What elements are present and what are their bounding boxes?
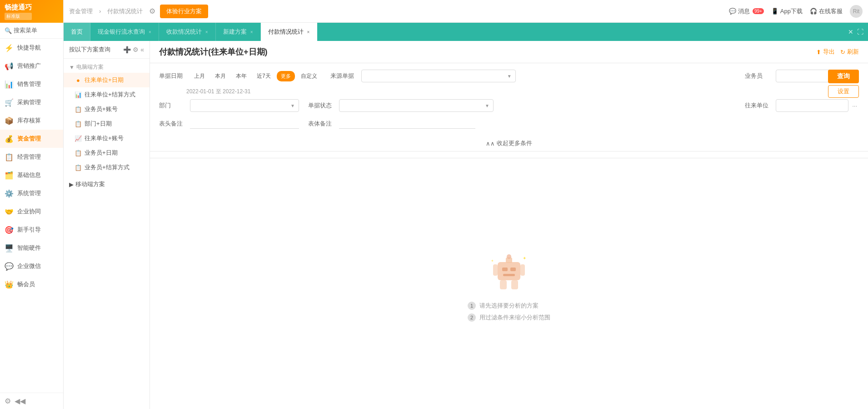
schema-active-icon: ● (75, 76, 82, 84)
filter-row-1: 单据日期 上月 本月 本年 近7天 更多 自定义 (159, 70, 859, 82)
sidebar-item-label: 畅会员 (17, 280, 35, 288)
svg-rect-8 (500, 280, 507, 289)
schema-item-counterpart-account[interactable]: 📈 往来单位+账号 (64, 131, 150, 146)
sidebar-item-enterprise[interactable]: 🤝 企业协同 (0, 202, 63, 221)
source-select-arrow: ▼ (507, 74, 512, 79)
sidebar-item-system[interactable]: ⚙️ 系统管理 (0, 184, 63, 202)
counterpart-select[interactable] (776, 99, 848, 112)
tab-bank-flow[interactable]: 现金银行流水查询 × (90, 23, 159, 41)
tab-bank-flow-close[interactable]: × (149, 30, 151, 35)
date-option-custom[interactable]: 自定义 (297, 71, 321, 82)
settings-button[interactable]: 设置 (828, 85, 859, 98)
expand-arrow: ▼ (69, 64, 75, 71)
tab-collection-stats[interactable]: 收款情况统计 × (159, 23, 216, 41)
sidebar-item-member[interactable]: 👑 畅会员 (0, 275, 63, 293)
add-schema-btn[interactable]: ➕ (123, 46, 131, 53)
operations-icon: 📋 (5, 152, 14, 162)
app-name: 畅捷通巧 (5, 3, 32, 12)
hint-num-2: 2 (468, 313, 476, 322)
tab-payment-stats-label: 付款情况统计 (268, 28, 304, 36)
tabbar: 首页 现金银行流水查询 × 收款情况统计 × 新建方案 × 付款情况统计 × ✕… (64, 23, 868, 41)
docstatus-filter-label: 单据状态 (308, 99, 335, 112)
tab-new-schema-close[interactable]: × (250, 30, 253, 35)
header-note-label: 表头备注 (159, 117, 186, 130)
collapse-more-btn[interactable]: ∧∧ 收起更多条件 (486, 139, 532, 147)
schema-label: 往来单位+账号 (85, 134, 124, 142)
collapse-btn-label: 收起更多条件 (497, 139, 532, 147)
sidebar-item-operations[interactable]: 📋 经营管理 (0, 148, 63, 166)
dept-select[interactable]: ▼ (190, 99, 299, 112)
filter-row-3: 表头备注 表体备注 (159, 117, 859, 130)
app-download-btn[interactable]: 📱 App下载 (771, 7, 803, 15)
tab-payment-stats-close[interactable]: × (307, 30, 310, 35)
sidebar-item-newbie[interactable]: 🎯 新手引导 (0, 221, 63, 239)
schema-bar-icon: 📈 (75, 135, 82, 142)
user-avatar[interactable]: Rit (850, 5, 863, 18)
sales-icon: 📊 (5, 80, 14, 89)
query-button[interactable]: 查询 (828, 70, 859, 83)
trial-btn[interactable]: 体验行业方案 (160, 5, 208, 18)
sidebar-item-marketing[interactable]: 📢 营销推广 (0, 57, 63, 75)
date-filter-label: 单据日期 (159, 70, 186, 82)
left-panel-title: 按以下方案查询 (69, 45, 110, 54)
export-btn[interactable]: ⬆ 导出 (816, 48, 835, 56)
newbie-icon: 🎯 (5, 225, 14, 234)
schema-item-counterpart-settlement[interactable]: 📊 往来单位+结算方式 (64, 87, 150, 102)
message-btn[interactable]: 💬 消息 99+ (729, 7, 764, 15)
sidebar-menu: ⚡ 快捷导航 📢 营销推广 📊 销售管理 🛒 采购管理 📦 库存核算 💰 资金管… (0, 39, 63, 393)
settings-footer-btn[interactable]: ⚙ (5, 397, 11, 405)
date-option-this-month[interactable]: 本月 (211, 71, 230, 82)
sidebar-item-sales[interactable]: 📊 销售管理 (0, 75, 63, 93)
tab-collection-stats-close[interactable]: × (205, 30, 208, 35)
schema-label: 业务员+账号 (85, 105, 118, 113)
date-option-more[interactable]: 更多 (277, 71, 295, 81)
schema-item-dept-date[interactable]: 📋 部门+日期 (64, 116, 150, 131)
sidebar-item-label: 库存核算 (17, 116, 41, 125)
avatar-text: Rit (853, 8, 860, 15)
tab-payment-stats[interactable]: 付款情况统计 × (261, 23, 318, 41)
mobile-section[interactable]: ▶ 移动端方案 (64, 177, 150, 191)
header-note-input[interactable] (190, 119, 299, 129)
close-all-tabs-btn[interactable]: ✕ (848, 28, 853, 35)
schema-settings-btn[interactable]: ⚙ (133, 46, 139, 53)
empty-hint-2: 2 用过滤条件来缩小分析范围 (468, 313, 550, 322)
schema-item-counterpart-date[interactable]: ● 往来单位+日期 (64, 73, 150, 87)
collapse-sidebar-btn[interactable]: ◀◀ (15, 397, 25, 405)
date-options: 上月 本月 本年 近7天 更多 自定义 (190, 71, 321, 82)
svg-text:✦: ✦ (523, 256, 526, 261)
sidebar-item-capital[interactable]: 💰 资金管理 (0, 130, 63, 148)
body-note-input[interactable] (339, 119, 475, 129)
topbar-gear-btn[interactable]: ⚙ (149, 7, 155, 15)
tab-new-schema[interactable]: 新建方案 × (216, 23, 261, 41)
sidebar-item-label: 系统管理 (17, 189, 41, 197)
app-version: 标准版 (5, 13, 32, 20)
tab-home[interactable]: 首页 (64, 23, 90, 41)
sidebar-item-purchase[interactable]: 🛒 采购管理 (0, 93, 63, 111)
svg-rect-6 (493, 264, 498, 276)
sidebar-item-hardware[interactable]: 🖥️ 智能硬件 (0, 239, 63, 257)
sidebar-item-quick-nav[interactable]: ⚡ 快捷导航 (0, 39, 63, 57)
schema-item-staff-account[interactable]: 📋 业务员+账号 (64, 102, 150, 116)
online-service-btn[interactable]: 🎧 在线客服 (810, 7, 843, 15)
date-option-last-month[interactable]: 上月 (190, 71, 209, 82)
schema-item-staff-settlement[interactable]: 📋 业务员+结算方式 (64, 160, 150, 175)
member-icon: 👑 (5, 280, 14, 289)
source-select[interactable]: ▼ (361, 70, 516, 82)
schema-item-staff-date[interactable]: 📋 业务员+日期 (64, 146, 150, 160)
sidebar-search[interactable]: 🔍 搜索菜单 (0, 23, 63, 39)
sidebar-item-basic-info[interactable]: 🗂️ 基础信息 (0, 166, 63, 184)
app-download-label: App下载 (780, 7, 803, 15)
hint-text-2: 用过滤条件来缩小分析范围 (479, 313, 550, 322)
collapse-panel-btn[interactable]: « (140, 46, 144, 53)
docstatus-select-arrow: ▼ (485, 103, 489, 108)
counterpart-more-btn[interactable]: ··· (850, 102, 859, 109)
sidebar-item-wechat[interactable]: 💬 企业微信 (0, 257, 63, 275)
date-option-this-year[interactable]: 本年 (232, 71, 251, 82)
sidebar-item-inventory[interactable]: 📦 库存核算 (0, 111, 63, 130)
date-option-7days[interactable]: 近7天 (253, 71, 275, 82)
fullscreen-btn[interactable]: ⛶ (857, 28, 863, 35)
marketing-icon: 📢 (5, 61, 14, 71)
refresh-btn[interactable]: ↻ 刷新 (840, 48, 859, 56)
docstatus-select[interactable]: ▼ (339, 99, 494, 112)
export-label: 导出 (823, 48, 835, 56)
